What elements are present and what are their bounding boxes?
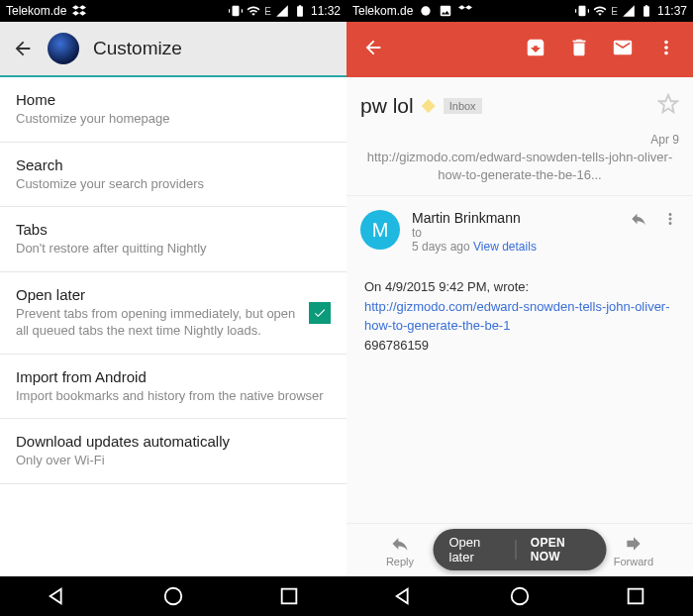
signal-icon	[275, 4, 289, 18]
nav-home-icon[interactable]	[162, 585, 184, 607]
battery-icon	[293, 4, 307, 18]
sender-to: to	[412, 226, 618, 240]
back-icon[interactable]	[12, 38, 34, 59]
firefox-icon	[419, 4, 433, 18]
preview-block: Apr 9 http://gizmodo.com/edward-snowden-…	[346, 127, 693, 196]
nav-back-icon[interactable]	[393, 585, 415, 607]
inbox-chip[interactable]: Inbox	[444, 98, 482, 114]
globe-icon	[48, 33, 79, 64]
gmail-header	[346, 22, 693, 77]
snackbar-action[interactable]: OPEN NOW	[531, 536, 591, 564]
navbar-left	[0, 576, 346, 616]
snackbar-text: Open later	[449, 535, 502, 565]
customize-header: Customize	[0, 22, 346, 77]
sender-name: Martin Brinkmann	[412, 210, 618, 226]
forward-button[interactable]: Forward	[614, 534, 653, 567]
preview-date: Apr 9	[360, 133, 679, 147]
avatar[interactable]: M	[360, 210, 400, 250]
nav-recent-icon[interactable]	[625, 585, 646, 607]
statusbar-left: Telekom.de E 11:32	[0, 0, 346, 22]
clock: 11:32	[311, 4, 341, 18]
sender-row: M Martin Brinkmann to 5 days ago View de…	[346, 196, 693, 267]
view-details-link[interactable]: View details	[473, 240, 537, 254]
marker-icon	[422, 99, 436, 113]
carrier: Telekom.de	[352, 4, 413, 18]
net-type: E	[264, 6, 271, 17]
clock: 11:37	[657, 4, 687, 18]
reply-button[interactable]: Reply	[386, 534, 414, 567]
subject: pw lol	[360, 94, 414, 118]
wifi-icon	[593, 4, 607, 18]
setting-tabs[interactable]: Tabs Don't restore after quitting Nightl…	[0, 207, 346, 272]
carrier: Telekom.de	[6, 4, 66, 18]
archive-button[interactable]	[519, 31, 552, 68]
setting-import[interactable]: Import from Android Import bookmarks and…	[0, 355, 346, 420]
overflow-button[interactable]	[649, 31, 683, 68]
settings-list: Home Customize your homepage Search Cust…	[0, 77, 346, 576]
message-body: On 4/9/2015 9:42 PM, wrote: http://gizmo…	[346, 267, 693, 364]
vibrate-icon	[575, 4, 589, 18]
star-icon[interactable]	[657, 93, 679, 119]
svg-point-0	[165, 588, 182, 605]
setting-open-later[interactable]: Open later Prevent tabs from opening imm…	[0, 272, 346, 355]
preview-link: http://gizmodo.com/edward-snowden-tells-…	[360, 149, 679, 183]
subject-row: pw lol Inbox	[346, 77, 693, 127]
snackbar-divider	[516, 540, 517, 560]
net-type: E	[611, 6, 618, 17]
vibrate-icon	[229, 4, 243, 18]
overflow-icon[interactable]	[661, 210, 679, 228]
svg-point-2	[422, 6, 431, 15]
dropbox-icon	[72, 4, 86, 18]
delete-button[interactable]	[562, 31, 596, 68]
sender-time: 5 days ago View details	[412, 240, 618, 254]
signal-icon	[622, 4, 636, 18]
nav-recent-icon[interactable]	[278, 585, 300, 607]
statusbar-right: Telekom.de E 11:37	[346, 0, 693, 22]
email-body: pw lol Inbox Apr 9 http://gizmodo.com/ed…	[346, 77, 693, 576]
setting-home[interactable]: Home Customize your homepage	[0, 77, 346, 143]
dropbox-icon	[458, 4, 472, 18]
body-num: 696786159	[364, 336, 675, 356]
nav-back-icon[interactable]	[47, 585, 68, 607]
phone-right: Telekom.de E 11:37 pw lol Inbox Apr	[346, 0, 693, 616]
back-button[interactable]	[356, 31, 390, 68]
phone-left: Telekom.de E 11:32 Customize Home Custom…	[0, 0, 346, 616]
setting-search[interactable]: Search Customize your search providers	[0, 143, 346, 208]
svg-rect-4	[628, 589, 643, 604]
navbar-right	[346, 576, 693, 616]
nav-home-icon[interactable]	[509, 585, 531, 607]
svg-point-3	[512, 588, 529, 605]
header-title: Customize	[93, 38, 182, 59]
mail-button[interactable]	[606, 31, 640, 68]
snackbar: Open later OPEN NOW	[434, 529, 607, 570]
setting-updates[interactable]: Download updates automatically Only over…	[0, 419, 346, 484]
body-url[interactable]: http://gizmodo.com/edward-snowden-tells-…	[364, 297, 675, 336]
body-line1: On 4/9/2015 9:42 PM, wrote:	[364, 277, 675, 297]
svg-rect-1	[281, 589, 296, 604]
reply-icon[interactable]	[630, 210, 647, 228]
wifi-icon	[247, 4, 260, 18]
battery-icon	[640, 4, 653, 18]
checkbox-open-later[interactable]	[309, 302, 331, 324]
image-icon	[439, 4, 452, 18]
